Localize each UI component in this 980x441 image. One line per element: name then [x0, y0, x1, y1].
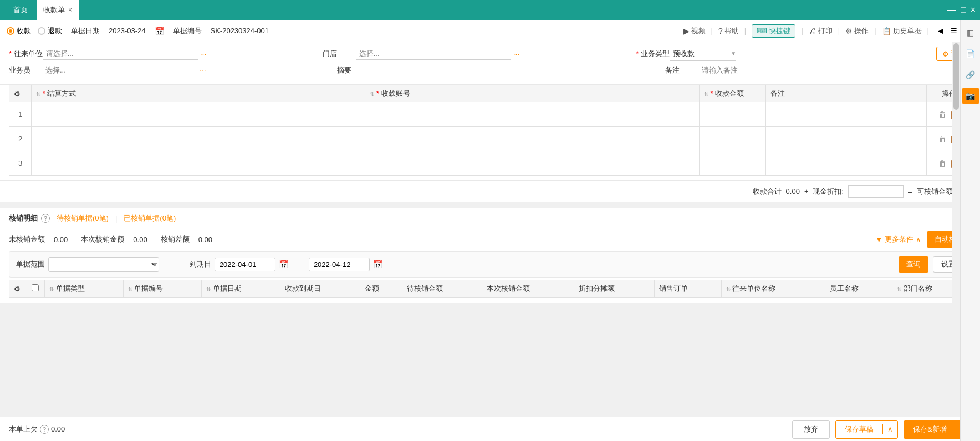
single-date-value: 2023-03-24	[109, 27, 146, 35]
bottom-table-checkbox[interactable]	[27, 280, 45, 298]
close-window-icon[interactable]: ×	[971, 5, 976, 15]
minimize-icon[interactable]: —	[947, 5, 956, 15]
reconcile-info-icon[interactable]: ?	[41, 214, 50, 223]
row-2-num: 2	[9, 127, 32, 151]
due-from-input[interactable]	[215, 258, 275, 271]
select-all-checkbox[interactable]	[32, 284, 39, 291]
abandon-btn[interactable]: 放弃	[792, 420, 830, 439]
col-payment-due: 收款到期日	[280, 280, 360, 298]
date-dash: —	[295, 260, 302, 269]
bottom-table-gear[interactable]: ⚙	[9, 280, 27, 298]
sidebar-document-icon[interactable]: 📄	[962, 45, 979, 62]
shortcut-btn[interactable]: ⌨ 快捷键	[752, 24, 795, 38]
summary-label: 摘要	[337, 65, 370, 75]
row-1-account[interactable]	[365, 102, 699, 127]
print-label: 打印	[818, 26, 833, 36]
table-row: 2 🗑 📋	[9, 127, 971, 151]
diff-value: 0.00	[198, 235, 212, 244]
radio-tuikuan[interactable]: 退款	[38, 26, 62, 36]
scrollbar-thumb[interactable]	[953, 43, 959, 110]
video-label: 视频	[691, 26, 706, 36]
row-3-account[interactable]	[365, 151, 699, 176]
reconcile-title-text: 核销明细	[9, 213, 38, 223]
col-employee-name: 员工名称	[825, 280, 892, 298]
operation-btn[interactable]: ⚙ 操作	[845, 26, 869, 36]
print-btn[interactable]: 🖨 打印	[809, 26, 833, 36]
remark-input[interactable]	[698, 64, 854, 76]
due-from-calendar-icon[interactable]: 📅	[279, 260, 288, 269]
row-3-remark[interactable]	[765, 151, 926, 176]
col-discount-share: 折扣分摊额	[574, 280, 654, 298]
row-1-amount[interactable]	[699, 102, 765, 127]
business-type-select[interactable]: 预收款 ▼	[670, 47, 736, 61]
col-current-amount: 本次核销金额	[482, 280, 574, 298]
range-field: 单据范围 ▼	[16, 257, 159, 272]
uncancelled-label: 未核销金额	[9, 234, 45, 244]
table-gear-header[interactable]: ⚙	[9, 85, 32, 102]
col-pending-amount: 待核销金额	[402, 280, 482, 298]
form-row-1: * 往来单位 ··· 门店 ··· * 业务类型 预收款 ▼ ⚙ 设置	[9, 47, 971, 61]
row-3-delete-icon[interactable]: 🗑	[938, 159, 946, 168]
save-draft-btn[interactable]: 保存草稿 ∧	[835, 420, 898, 439]
query-btn[interactable]: 查询	[899, 256, 928, 273]
due-label: 到期日	[190, 259, 211, 269]
sidebar-link-icon[interactable]: 🔗	[962, 66, 979, 83]
row-2-amount[interactable]	[699, 127, 765, 151]
data-table-section: ⚙ ⇅ * 结算方式 ⇅ * 收款账号 ⇅ * 收款金额 备注	[0, 85, 980, 180]
radio-tuikuan-label: 退款	[48, 26, 62, 36]
range-select[interactable]	[48, 257, 159, 272]
store-more-icon[interactable]: ···	[513, 49, 520, 58]
chevron-up-icon: ∧	[916, 235, 921, 244]
store-input[interactable]	[356, 48, 511, 60]
col-amount-header: ⇅ * 收款金额	[699, 85, 765, 102]
scrollbar-area[interactable]	[952, 42, 960, 417]
row-2-remark[interactable]	[765, 127, 926, 151]
row-1-remark[interactable]	[765, 102, 926, 127]
prev-icon[interactable]: ◀	[935, 25, 947, 37]
due-to-calendar-icon[interactable]: 📅	[373, 260, 382, 269]
counterparty-input[interactable]	[43, 48, 198, 60]
discount-input[interactable]	[848, 185, 904, 198]
row-1-num: 1	[9, 102, 32, 127]
counterparty-more-icon[interactable]: ···	[200, 49, 207, 58]
staff-more-icon[interactable]: ···	[200, 66, 206, 75]
sidebar-table-icon[interactable]: ▦	[962, 24, 979, 41]
staff-input[interactable]	[42, 64, 197, 76]
history-btn[interactable]: 📋 历史单据	[882, 26, 922, 36]
radio-tuikuan-circle	[38, 27, 45, 35]
row-3-amount[interactable]	[699, 151, 765, 176]
row-2-delete-icon[interactable]: 🗑	[938, 135, 946, 143]
radio-shoukuan[interactable]: 收款	[7, 26, 31, 36]
history-label: 历史单据	[893, 26, 922, 36]
pending-tab[interactable]: 待核销单据(0笔)	[57, 213, 109, 223]
plus-sign: +	[804, 187, 809, 196]
help-label: 帮助	[724, 26, 739, 36]
operation-label: 操作	[854, 26, 869, 36]
stat-info-icon[interactable]: ?	[40, 425, 49, 434]
more-conditions-btn[interactable]: ▼ 更多条件 ∧	[875, 234, 921, 244]
list-view-icon[interactable]: ☰	[948, 25, 960, 37]
sidebar-camera-icon[interactable]: 📷	[962, 88, 979, 104]
summary-field: 摘要	[337, 64, 643, 76]
tab-active[interactable]: 收款单 ×	[37, 0, 79, 20]
maximize-icon[interactable]: □	[961, 5, 966, 15]
save-draft-arrow-icon[interactable]: ∧	[883, 425, 897, 433]
tab-home[interactable]: 首页	[4, 0, 37, 20]
row-2-account[interactable]	[365, 127, 699, 151]
help-btn[interactable]: ? 帮助	[718, 26, 739, 36]
row-1-delete-icon[interactable]: 🗑	[938, 110, 946, 119]
stats-row: 未核销金额 0.00 本次核销金额 0.00 核销差额 0.00 ▼ 更多条件 …	[9, 228, 971, 251]
save-new-label: 保存&新增	[904, 424, 956, 434]
tab-close-icon[interactable]: ×	[68, 0, 72, 20]
row-1-settlement[interactable]	[32, 102, 365, 127]
done-tab[interactable]: 已核销单据(0笔)	[124, 213, 176, 223]
due-date-field: 到期日 📅 — 📅	[190, 258, 382, 271]
summary-row: 收款合计 0.00 + 现金折扣: = 可核销金额 0.00	[0, 180, 980, 202]
filter-icon: ▼	[875, 235, 882, 244]
calendar-toolbar-icon[interactable]: 📅	[155, 27, 164, 35]
row-3-settlement[interactable]	[32, 151, 365, 176]
row-2-settlement[interactable]	[32, 127, 365, 151]
due-to-input[interactable]	[309, 258, 370, 271]
video-btn[interactable]: ▶ 视频	[683, 26, 706, 36]
summary-input[interactable]	[370, 64, 570, 76]
